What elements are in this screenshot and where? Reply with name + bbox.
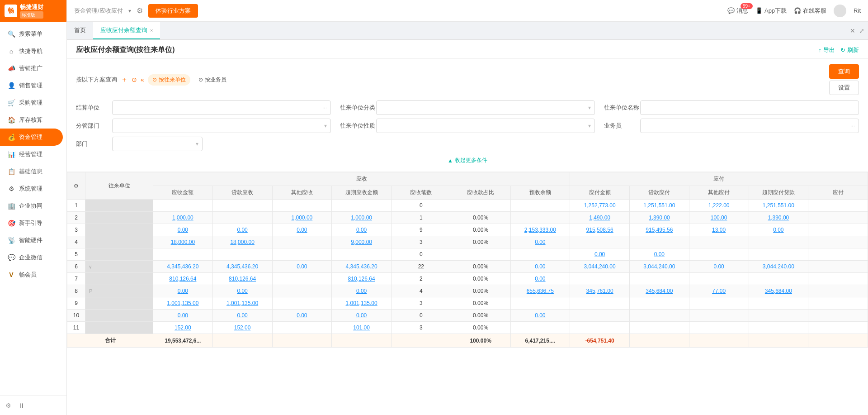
col-header-settings[interactable]: ⚙ — [67, 172, 85, 200]
filter-scheme-yewuyuan[interactable]: ⊙ 按业务员 — [194, 74, 231, 86]
filter-scheme-label: 按以下方案查询 — [76, 76, 117, 84]
filter-row-2: 分管部门 ▾ 往来单位性质 ▾ 业务员 — [76, 119, 859, 133]
filter-yewuyuan-label: 业务员 — [604, 122, 640, 130]
refresh-button[interactable]: ↻ 刷新 — [840, 46, 859, 54]
filter-yewuyuan-input[interactable]: ··· — [640, 119, 859, 133]
col-header-ar-overdue: 超期应收金额 — [332, 186, 392, 200]
table-total-row: 合计 19,553,472,6... 100.00% 6,417,215....… — [67, 334, 868, 348]
filter-collapse-btn[interactable]: ▲ 收起更多条件 — [448, 157, 487, 164]
export-button[interactable]: ↑ 导出 — [819, 46, 835, 54]
query-button[interactable]: 查询 — [829, 64, 859, 79]
settings-button[interactable]: 设置 — [829, 81, 859, 95]
enterprise-icon: 🏢 — [7, 202, 15, 210]
sidebar-item-label: 企业协同 — [19, 202, 42, 210]
table-settings-icon[interactable]: ⚙ — [74, 183, 79, 189]
dots-icon: ··· — [322, 105, 327, 111]
sidebar-item-label: 搜索菜单 — [19, 30, 42, 38]
home-tab-label: 首页 — [74, 26, 86, 34]
username-label[interactable]: Rit — [854, 7, 861, 14]
table-row: 21,000.001,000.001,000.0010.00%1,490.001… — [67, 212, 868, 224]
home-icon: ⌂ — [7, 48, 15, 55]
message-button[interactable]: 💬 消息 99+ — [727, 7, 748, 15]
sidebar-item-label: 营销推广 — [19, 64, 42, 72]
sidebar-item-marketing[interactable]: 📣 营销推广 — [0, 60, 66, 77]
total-ar-loan — [212, 334, 272, 348]
col-header-ar-ratio: 应收款占比 — [451, 186, 510, 200]
filter-fenguan-select[interactable]: ▾ — [112, 119, 331, 133]
tab-ar-ap[interactable]: 应收应付余额查询 × — [93, 22, 160, 39]
filter-scheme-label-wanglai: 按往来单位 — [159, 76, 186, 84]
sidebar-item-member[interactable]: V 畅会员 — [0, 266, 66, 283]
filter-scheme-collapse-btn[interactable]: « — [141, 76, 144, 83]
tab-home[interactable]: 首页 — [67, 22, 93, 39]
warehouse-icon: 🏠 — [7, 116, 15, 124]
table-container: ⚙ 往来单位 应收 应付 应收金额 贷款应收 其他应收 超期应收金额 应收笔数 … — [67, 172, 868, 348]
total-ar-count — [392, 334, 451, 348]
sidebar-item-basic[interactable]: 📋 基础信息 — [0, 163, 66, 180]
collapse-up-icon: ▲ — [448, 157, 453, 164]
logo-name: 畅捷通财 — [20, 3, 43, 11]
sidebar-item-label: 系统管理 — [19, 185, 42, 193]
basic-icon: 📋 — [7, 168, 15, 175]
tab-close-window-btn[interactable]: ✕ — [850, 27, 855, 34]
data-table: ⚙ 往来单位 应收 应付 应收金额 贷款应收 其他应收 超期应收金额 应收笔数 … — [67, 172, 868, 348]
sidebar-item-finance[interactable]: 💰 资金管理 — [0, 129, 63, 146]
sidebar-settings-btn[interactable]: ⚙ — [5, 402, 11, 409]
sidebar-item-hardware[interactable]: 📡 智能硬件 — [0, 232, 66, 249]
user-avatar[interactable] — [834, 5, 846, 17]
col-header-ap-other: 其他应付 — [689, 186, 749, 200]
sidebar-footer: ⚙ ⏸ — [0, 395, 66, 415]
filter-wanglai-xingzhi: 往来单位性质 ▾ — [340, 119, 595, 133]
sidebar-item-sales[interactable]: 👤 销售管理 — [0, 77, 66, 94]
total-label: 合计 — [67, 334, 153, 348]
sidebar-item-label: 企业微信 — [19, 253, 42, 262]
filter-scheme-add-btn[interactable]: ＋ — [121, 75, 128, 85]
sales-icon: 👤 — [7, 82, 15, 89]
filter-wanglai-fenlei-label: 往来单位分类 — [340, 104, 376, 112]
sidebar-item-enterprise[interactable]: 🏢 企业协同 — [0, 197, 66, 215]
sidebar-item-operation[interactable]: 📊 经营管理 — [0, 146, 66, 163]
filter-bumen: 部门 ▾ — [76, 137, 212, 151]
sidebar: 畅 畅捷通财 标准版 🔍 搜索菜单 ⌂ 快捷导航 📣 营销推广 👤 销售管理 🛒… — [0, 0, 67, 415]
filter-row-3: 部门 ▾ — [76, 137, 859, 151]
select-arrow-icon: ▾ — [588, 123, 591, 129]
online-service-button[interactable]: 🎧 在线客服 — [794, 7, 826, 15]
filter-bumen-select[interactable]: ▾ — [112, 137, 203, 151]
filter-scheme-edit-btn[interactable]: ⊙ — [132, 76, 137, 83]
system-icon: ⚙ — [7, 185, 15, 192]
total-ar-other — [272, 334, 332, 348]
col-header-ap-extra: 应付 — [808, 186, 868, 200]
tab-maximize-btn[interactable]: ⤢ — [859, 27, 864, 34]
filter-wanglai-fenlei-select[interactable]: ▾ — [376, 100, 595, 115]
chevron-down-icon[interactable]: ▾ — [128, 8, 131, 14]
sidebar-item-system[interactable]: ⚙ 系统管理 — [0, 180, 66, 197]
tab-close-icon[interactable]: × — [150, 28, 153, 33]
select-arrow-icon: ▾ — [196, 141, 198, 147]
filter-jiesuan-input[interactable]: ··· — [112, 100, 331, 115]
trial-button[interactable]: 体验行业方案 — [148, 4, 198, 18]
filter-wanglai-mingcheng-input[interactable] — [640, 100, 859, 115]
logo-badge: 标准版 — [20, 11, 43, 19]
sidebar-item-search[interactable]: 🔍 搜索菜单 — [0, 25, 66, 43]
sidebar-collapse-btn[interactable]: ⏸ — [19, 402, 25, 409]
sidebar-item-quick-nav[interactable]: ⌂ 快捷导航 — [0, 43, 66, 60]
filter-scheme-row: 按以下方案查询 ＋ ⊙ « ⊙ 按往来单位 ⊙ 按业务员 查询 设置 — [76, 64, 859, 95]
table-row: 100.000.000.000.0000.00%0.00 — [67, 310, 868, 322]
sidebar-item-guide[interactable]: 🎯 新手引导 — [0, 215, 66, 232]
sidebar-item-purchase[interactable]: 🛒 采购管理 — [0, 94, 66, 111]
filter-scheme-wanglai[interactable]: ⊙ 按往来单位 — [148, 74, 190, 86]
filter-wanglai-xingzhi-select[interactable]: ▾ — [376, 119, 595, 133]
header-gear-icon[interactable]: ⚙ — [137, 6, 143, 15]
sidebar-item-label: 采购管理 — [19, 99, 42, 107]
app-download-button[interactable]: 📱 App下载 — [755, 7, 787, 15]
col-header-ap-amount: 应付金额 — [570, 186, 630, 200]
sidebar-nav: 🔍 搜索菜单 ⌂ 快捷导航 📣 营销推广 👤 销售管理 🛒 采购管理 🏠 库存核… — [0, 22, 66, 395]
refresh-icon: ↻ — [840, 47, 845, 53]
sidebar-item-label: 资金管理 — [19, 133, 42, 141]
filter-wanglai-mingcheng: 往来单位名称 — [604, 100, 859, 115]
collapse-label: 收起更多条件 — [455, 157, 487, 164]
sidebar-item-wechat[interactable]: 💬 企业微信 — [0, 249, 66, 266]
sidebar-item-warehouse[interactable]: 🏠 库存核算 — [0, 111, 66, 129]
filter-row-1: 结算单位 ··· 往来单位分类 ▾ 往来单位名称 — [76, 100, 859, 115]
dots-icon2: ··· — [850, 123, 855, 129]
